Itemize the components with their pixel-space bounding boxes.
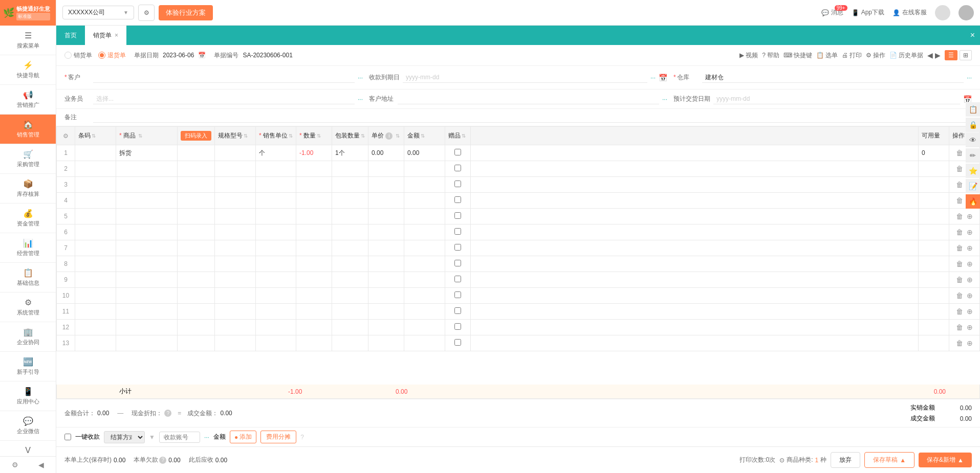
row-pack-13[interactable] [332, 335, 368, 351]
row-barcode-9[interactable] [75, 272, 116, 288]
row-product-9[interactable] [116, 272, 178, 288]
row-unit-6[interactable] [256, 224, 296, 240]
save-new-button[interactable]: 保存&新增 ▲ [919, 453, 972, 467]
online-service-btn[interactable]: 👤 在线客服 [892, 8, 927, 17]
row-amount-10[interactable] [404, 288, 445, 304]
row-spec-3[interactable] [215, 177, 256, 193]
payment-account-dots[interactable]: ··· [204, 434, 209, 441]
row-pack-2[interactable] [332, 161, 368, 177]
warehouse-dots[interactable]: ··· [967, 74, 972, 81]
row-unit-2[interactable] [256, 161, 296, 177]
sort-unit[interactable]: ⇅ [289, 133, 293, 139]
row-amount-7[interactable] [404, 240, 445, 256]
row-product-11[interactable] [116, 304, 178, 320]
row-gift-1[interactable] [445, 145, 471, 161]
customer-input[interactable] [93, 72, 355, 83]
row-unit-5[interactable] [256, 209, 296, 224]
row-gift-7[interactable] [445, 240, 471, 256]
row-product-7[interactable] [116, 240, 178, 256]
row-qty-1[interactable]: -1.00 [296, 145, 332, 161]
row-gift-2[interactable] [445, 161, 471, 177]
float-btn-7[interactable]: 🔥 [966, 194, 980, 209]
company-selector[interactable]: XXXXXX公司 ▼ [62, 6, 134, 19]
topbar-settings-btn[interactable]: ⚙ [138, 5, 155, 21]
payment-method-select[interactable]: 结算方式 [104, 431, 145, 443]
row-copy-6[interactable]: ⊕ [966, 227, 974, 237]
customer-address-input[interactable] [398, 94, 659, 104]
row-spec-13[interactable] [215, 335, 256, 351]
sidebar-item-system[interactable]: ⚙ 系统管理 [0, 292, 56, 322]
row-spec-12[interactable] [215, 320, 256, 335]
row-delete-4[interactable]: 🗑 [955, 195, 964, 206]
row-copy-13[interactable]: ⊕ [966, 338, 974, 348]
row-amount-9[interactable] [404, 272, 445, 288]
float-btn-4[interactable]: ✏ [966, 148, 980, 163]
row-gift-13[interactable] [445, 335, 471, 351]
row-gift-9[interactable] [445, 272, 471, 288]
row-pack-9[interactable] [332, 272, 368, 288]
row-delete-5[interactable]: 🗑 [955, 211, 964, 221]
due-date-calendar[interactable]: 📅 [659, 74, 667, 82]
video-action[interactable]: ▶ 视频 [739, 51, 758, 60]
row-amount-8[interactable] [404, 256, 445, 272]
row-unit-9[interactable] [256, 272, 296, 288]
row-price-2[interactable] [368, 161, 404, 177]
row-product-13[interactable] [116, 335, 178, 351]
user-avatar2[interactable] [959, 5, 974, 20]
row-gift-6[interactable] [445, 224, 471, 240]
row-price-3[interactable] [368, 177, 404, 193]
row-delete-2[interactable]: 🗑 [955, 164, 964, 174]
sidebar-collapse-btn[interactable]: ◀ [38, 461, 44, 469]
row-gift-5[interactable] [445, 209, 471, 224]
row-qty-11[interactable] [296, 304, 332, 320]
tab-close-all-btn[interactable]: × [970, 31, 980, 40]
row-pack-8[interactable] [332, 256, 368, 272]
row-amount-4[interactable] [404, 193, 445, 209]
row-price-12[interactable] [368, 320, 404, 335]
sidebar-item-inventory[interactable]: 📦 库存核算 [0, 174, 56, 204]
row-delete-7[interactable]: 🗑 [955, 243, 964, 253]
user-avatar[interactable] [935, 5, 950, 20]
row-unit-4[interactable] [256, 193, 296, 209]
row-product-10[interactable] [116, 288, 178, 304]
radio-sales[interactable]: 销货单 [64, 51, 92, 60]
row-spec-4[interactable] [215, 193, 256, 209]
sort-product[interactable]: ⇅ [138, 133, 142, 139]
sidebar-item-finance[interactable]: 💰 资金管理 [0, 204, 56, 233]
row-delete-8[interactable]: 🗑 [955, 259, 964, 269]
row-price-10[interactable] [368, 288, 404, 304]
row-copy-8[interactable]: ⊕ [966, 259, 974, 269]
row-qty-6[interactable] [296, 224, 332, 240]
app-download-btn[interactable]: 📱 App下载 [852, 8, 884, 17]
salesperson-dots[interactable]: ··· [358, 96, 363, 103]
row-qty-2[interactable] [296, 161, 332, 177]
sort-price[interactable]: ⇅ [396, 133, 400, 139]
sidebar-item-guide[interactable]: 🆕 新手引导 [0, 352, 56, 381]
row-spec-2[interactable] [215, 161, 256, 177]
float-btn-3[interactable]: 👁 [966, 133, 980, 147]
row-product-1[interactable]: 拆货 [116, 145, 178, 161]
row-pack-6[interactable] [332, 224, 368, 240]
row-price-7[interactable] [368, 240, 404, 256]
row-pack-10[interactable] [332, 288, 368, 304]
warehouse-input[interactable] [702, 72, 964, 83]
discount-info-icon[interactable]: ? [164, 410, 171, 417]
float-btn-6[interactable]: 📝 [966, 179, 980, 193]
row-price-6[interactable] [368, 224, 404, 240]
grid-view-btn[interactable]: ⊞ [960, 50, 972, 60]
row-qty-7[interactable] [296, 240, 332, 256]
row-spec-10[interactable] [215, 288, 256, 304]
sidebar-item-member[interactable]: V 畅会员 [0, 441, 56, 456]
tab-sales-order[interactable]: 销货单 × [85, 26, 126, 45]
row-gift-10[interactable] [445, 288, 471, 304]
row-delete-6[interactable]: 🗑 [955, 227, 964, 237]
row-delete-11[interactable]: 🗑 [955, 306, 964, 317]
row-copy-10[interactable]: ⊕ [966, 290, 974, 301]
due-date-input[interactable] [403, 72, 647, 83]
row-barcode-2[interactable] [75, 161, 116, 177]
shortcuts-action[interactable]: ⌨ 快捷键 [783, 51, 812, 60]
experience-button[interactable]: 体验行业方案 [159, 5, 213, 20]
row-unit-3[interactable] [256, 177, 296, 193]
sort-amount[interactable]: ⇅ [421, 133, 425, 139]
row-spec-8[interactable] [215, 256, 256, 272]
